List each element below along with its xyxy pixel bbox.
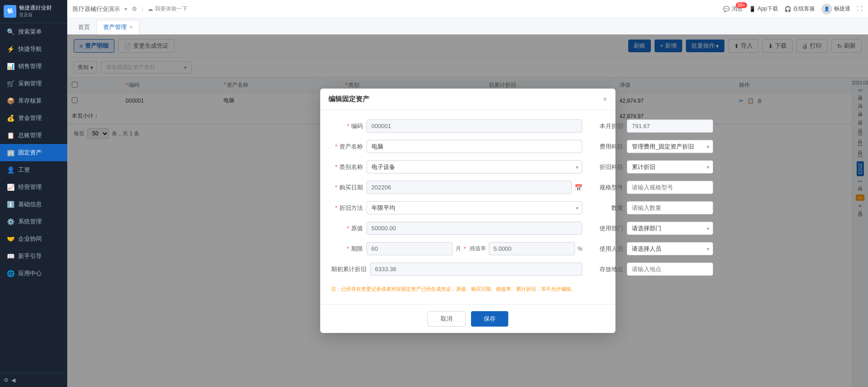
quick-nav-icon: ⚡ (6, 45, 15, 53)
sidebar-item-ledger[interactable]: 📋 总账管理 (0, 127, 67, 144)
modal-footer: 取消 保存 (320, 304, 615, 333)
tab-home[interactable]: 首页 (72, 20, 96, 34)
use-person-wrap: 请选择人员 ▾ (627, 242, 713, 255)
asset-name-label: 资产名称 (331, 143, 363, 151)
use-dept-select[interactable]: 请选择部门 (627, 222, 713, 235)
sidebar-item-guide[interactable]: 📖 新手引导 (0, 248, 67, 265)
main-area: 医疗器械行业演示 ▾ ⚙ | ☁ 我要体验一下 💬 消息 99+ 📱 App下载 (67, 0, 868, 387)
sidebar-item-fixed-assets[interactable]: 🏢 固定资产 (0, 144, 67, 161)
divider: | (142, 5, 143, 12)
collapse-sidebar-btn[interactable]: ◀ (11, 377, 15, 383)
sidebar-item-quick[interactable]: ⚡ 快捷导航 (0, 40, 67, 58)
edit-asset-modal: 编辑固定资产 × 编码 (320, 89, 615, 333)
period-label: 期限 (331, 245, 363, 253)
residual-rate-label: 残值率 (470, 245, 486, 253)
chevron-down-icon[interactable]: ▾ (124, 6, 127, 12)
sidebar-item-label: 快捷导航 (18, 45, 42, 53)
sidebar-item-label: 固定资产 (18, 149, 42, 157)
sidebar-item-label: 系统管理 (18, 218, 42, 226)
user-profile-btn[interactable]: 👤 畅捷通 (821, 4, 850, 15)
use-dept-field: 使用部门 请选择部门 ▾ (591, 222, 713, 235)
sidebar-item-apps[interactable]: 🌐 应用中心 (0, 265, 67, 282)
dep-subject-label: 折旧科目 (591, 163, 623, 171)
online-service-btn[interactable]: 🎧 在线客服 (784, 5, 815, 13)
finance-icon: 💰 (6, 114, 15, 122)
modal-body: 编码 本月折旧 资产名称 (320, 110, 615, 304)
sidebar-item-search[interactable]: 🔍 搜索菜单 (0, 23, 67, 40)
code-field: 编码 (331, 119, 583, 133)
gear-icon[interactable]: ⚙ (132, 5, 137, 12)
sidebar-item-system[interactable]: ⚙️ 系统管理 (0, 213, 67, 230)
sidebar-item-basics[interactable]: ℹ️ 基础信息 (0, 196, 67, 213)
message-btn[interactable]: 💬 消息 99+ (723, 5, 743, 13)
form-note: 注：已经存在变更记录或者对应固定资产已经生成凭证，原值、购买日期、残值率、累计折… (331, 283, 714, 295)
sidebar-item-label: 总账管理 (18, 131, 42, 139)
basics-icon: ℹ️ (6, 200, 15, 208)
code-label: 编码 (331, 122, 363, 130)
dep-method-select[interactable]: 年限平均 (367, 201, 583, 214)
residual-required: * (464, 245, 466, 252)
purchase-date-label: 购买日期 (331, 184, 363, 192)
sidebar-item-label: 采购管理 (18, 79, 42, 88)
expense-subject-select[interactable]: 管理费用_固定资产折旧 (627, 140, 713, 153)
message-badge: 99+ (736, 2, 747, 8)
form-grid: 编码 本月折旧 资产名称 (331, 119, 605, 295)
use-person-select[interactable]: 请选择人员 (627, 242, 713, 255)
sidebar-item-label: 应用中心 (18, 269, 42, 278)
cancel-button[interactable]: 取消 (427, 311, 466, 327)
spec-model-input[interactable] (627, 181, 713, 194)
calendar-icon[interactable]: 📅 (575, 184, 582, 191)
expense-subject-field: 费用科目 管理费用_固定资产折旧 ▾ (591, 140, 713, 153)
period-input[interactable] (367, 242, 453, 255)
quantity-input[interactable] (627, 201, 713, 214)
sidebar-item-inventory[interactable]: 📦 库存核算 (0, 92, 67, 109)
sidebar-item-label: 新手引导 (18, 252, 42, 260)
headset-icon: 🎧 (784, 6, 791, 12)
asset-name-field: 资产名称 (331, 140, 583, 153)
company-name: 医疗器械行业演示 (73, 5, 120, 13)
category-label: 类别名称 (331, 163, 363, 171)
sidebar-item-label: 基础信息 (18, 200, 42, 208)
sidebar-nav: 🔍 搜索菜单 ⚡ 快捷导航 📊 销售管理 🛒 采购管理 📦 库存核算 💰 (0, 23, 67, 373)
use-person-field: 使用人员 请选择人员 ▾ (591, 242, 713, 255)
sidebar-item-purchase[interactable]: 🛒 采购管理 (0, 75, 67, 92)
inventory-icon: 📦 (6, 97, 15, 105)
settings-footer-btn[interactable]: ⚙ (4, 377, 9, 383)
topbar-right: 💬 消息 99+ 📱 App下载 🎧 在线客服 👤 畅捷通 ⛶ (723, 4, 863, 15)
guide-icon: 📖 (6, 252, 15, 260)
experience-btn[interactable]: ☁ 我要体验一下 (148, 5, 188, 13)
sidebar-item-operations[interactable]: 📈 经营管理 (0, 179, 67, 196)
sidebar-item-sales[interactable]: 📊 销售管理 (0, 58, 67, 75)
search-nav-icon: 🔍 (6, 28, 15, 36)
category-select[interactable]: 电子设备 (367, 160, 583, 174)
sidebar-item-finance[interactable]: 💰 资金管理 (0, 109, 67, 127)
save-button[interactable]: 保存 (471, 311, 508, 327)
monthly-depreciation-field: 本月折旧 (591, 119, 713, 133)
purchase-icon: 🛒 (6, 79, 15, 88)
cloud-icon: ☁ (148, 6, 153, 12)
asset-name-input[interactable] (367, 140, 583, 153)
dep-subject-wrap: 累计折旧 ▾ (627, 160, 713, 174)
tab-close-btn[interactable]: × (129, 24, 133, 30)
tab-asset-management[interactable]: 资产管理 × (96, 20, 139, 35)
expand-icon[interactable]: ⛶ (857, 5, 863, 12)
period-field: 期限 月 * 残值率 % (331, 242, 583, 255)
storage-input[interactable] (627, 263, 713, 276)
sidebar-item-payroll[interactable]: 👤 工资 (0, 161, 67, 179)
purchase-date-input[interactable] (367, 181, 572, 194)
original-value-label: 原值 (331, 224, 363, 233)
sidebar-item-collab[interactable]: 🤝 企业协同 (0, 230, 67, 248)
modal-title: 编辑固定资产 (328, 95, 369, 104)
period-unit: 月 (456, 245, 461, 253)
original-value-field: 原值 (331, 222, 583, 235)
residual-rate-input[interactable] (489, 242, 575, 255)
dep-subject-select[interactable]: 累计折旧 (627, 160, 713, 174)
period-row: 月 * 残值率 % (367, 242, 583, 255)
original-value-input[interactable] (367, 222, 583, 235)
app-download-btn[interactable]: 📱 App下载 (749, 5, 778, 13)
code-input[interactable] (367, 119, 583, 133)
category-wrap: 电子设备 ▾ (367, 160, 583, 174)
spec-model-field: 规格型号 (591, 181, 713, 194)
modal-close-btn[interactable]: × (603, 95, 607, 104)
fixed-assets-icon: 🏢 (6, 149, 15, 157)
